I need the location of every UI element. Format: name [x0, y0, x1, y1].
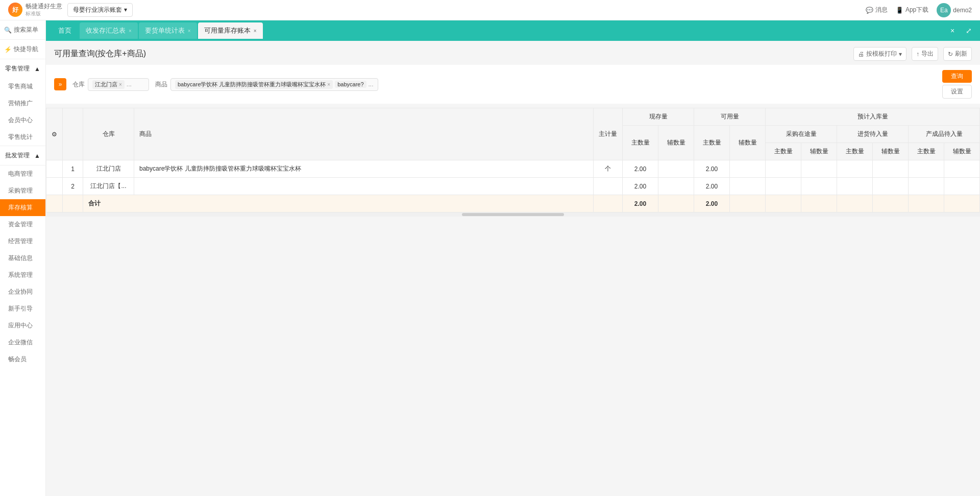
- close-window-button[interactable]: ×: [946, 25, 959, 37]
- refresh-button[interactable]: ↻ 刷新: [943, 47, 972, 61]
- sidebar-group-wholesale-title[interactable]: 批发管理 ▲: [0, 146, 45, 165]
- tab-available-inventory[interactable]: 可用量库存账本 ×: [198, 22, 263, 39]
- expand-window-button[interactable]: ⤢: [963, 25, 975, 37]
- row-unit-1: [594, 178, 623, 195]
- sidebar-item-retail-stats[interactable]: 零售统计: [0, 129, 45, 146]
- sidebar-item-operations[interactable]: 经营管理: [0, 233, 45, 250]
- row-current-aux-0: [658, 160, 694, 178]
- logo-text-block: 畅捷通好生意 标准版: [26, 3, 62, 17]
- sidebar-item-wechat[interactable]: 企业微信: [0, 334, 45, 351]
- inventory-table: ⚙ 仓库 商品 主计量 现存量 可用量 预计入库量 主数量 辅数量: [46, 108, 980, 212]
- row-current-main-0: 2.00: [623, 160, 658, 178]
- query-button[interactable]: 查询: [942, 70, 972, 83]
- user-area[interactable]: Ea demo2: [937, 3, 972, 17]
- scroll-thumb[interactable]: [462, 213, 564, 216]
- message-label: 消息: [875, 6, 888, 14]
- sidebar-item-member2[interactable]: 畅会员: [0, 351, 45, 368]
- product-more[interactable]: ...: [369, 81, 374, 88]
- col-available-aux-header: 辅数量: [730, 126, 766, 160]
- sidebar-group-retail-title[interactable]: 零售管理 ▲: [0, 59, 45, 78]
- row-inbound-aux-0: [873, 160, 909, 178]
- chevron-icon-2: ▲: [34, 152, 40, 159]
- sidebar-item-finance[interactable]: 资金管理: [0, 216, 45, 233]
- row-available-main-0: 2.00: [694, 160, 730, 178]
- footer-current-main: 2.00: [623, 195, 658, 212]
- tab-order-stats[interactable]: 要货单统计表 ×: [139, 22, 197, 39]
- footer-available-main: 2.00: [694, 195, 730, 212]
- col-production-main-header: 主数量: [909, 143, 944, 160]
- product-label: 商品: [155, 80, 167, 89]
- row-purchase-aux-0: [801, 160, 837, 178]
- filter-buttons: 查询 设置: [942, 70, 972, 99]
- sidebar-search[interactable]: 🔍 搜索菜单: [0, 20, 45, 40]
- top-bar-right: 💬 消息 📱 App下载 Ea demo2: [866, 3, 972, 17]
- col-production-aux-header: 辅数量: [944, 143, 980, 160]
- sidebar-item-basic-info[interactable]: 基础信息: [0, 250, 45, 267]
- tab-available-close[interactable]: ×: [254, 28, 257, 34]
- filter-toggle-button[interactable]: »: [54, 78, 66, 90]
- tab-home[interactable]: 首页: [51, 22, 79, 39]
- message-action[interactable]: 💬 消息: [866, 6, 888, 14]
- row-purchase-main-1: [766, 178, 801, 195]
- sidebar-item-guide[interactable]: 新手引导: [0, 300, 45, 317]
- warehouse-tag-close[interactable]: ×: [119, 82, 122, 87]
- page-actions: 🖨 按模板打印 ▾ ↑ 导出 ↻ 刷新: [853, 47, 972, 61]
- sidebar-group-wholesale: 批发管理 ▲: [0, 146, 45, 166]
- product-input[interactable]: babycare学饮杯 儿童防摔防撞吸管杯重力球吸嘴杯宝宝水杯 × babyca…: [170, 78, 378, 91]
- row-available-aux-1: [730, 178, 766, 195]
- row-purchase-main-0: [766, 160, 801, 178]
- sidebar-item-enterprise[interactable]: 企业协同: [0, 284, 45, 300]
- logo-text: 畅捷通好生意: [26, 3, 62, 10]
- row-unit-0: 个: [594, 160, 623, 178]
- row-warehouse-1: 江北门店【...: [83, 178, 134, 195]
- sidebar-item-mall[interactable]: 零售商城: [0, 78, 45, 95]
- row-product-0: babycare学饮杯 儿童防摔防撞吸管杯重力球吸嘴杯宝宝水杯: [134, 160, 594, 178]
- sidebar-item-inventory[interactable]: 库存核算: [0, 199, 45, 216]
- warehouse-tag-value: 江北门店: [95, 81, 117, 88]
- export-button[interactable]: ↑ 导出: [912, 47, 938, 61]
- tab-order-close[interactable]: ×: [188, 28, 191, 34]
- row-production-main-0: [909, 160, 944, 178]
- warehouse-input[interactable]: 江北门店 × ...: [88, 78, 149, 91]
- sidebar-item-system[interactable]: 系统管理: [0, 267, 45, 284]
- col-purchase-aux-header: 辅数量: [801, 143, 837, 160]
- search-label: 搜索菜单: [14, 26, 38, 34]
- row-current-main-1: 2.00: [623, 178, 658, 195]
- col-warehouse-header: 仓库: [83, 108, 134, 160]
- footer-label: 合计: [83, 195, 594, 212]
- sidebar-item-ecommerce[interactable]: 电商管理: [0, 166, 45, 182]
- print-button[interactable]: 🖨 按模板打印 ▾: [853, 47, 906, 61]
- sidebar-item-app-center[interactable]: 应用中心: [0, 317, 45, 334]
- logo-subtitle: 标准版: [26, 10, 62, 17]
- col-inbound-header: 进货待入量: [837, 126, 909, 143]
- chevron-print: ▾: [899, 51, 902, 58]
- product-tag2-value: babycare?: [337, 81, 363, 87]
- col-current-main-header: 主数量: [623, 126, 658, 160]
- avatar: Ea: [937, 3, 951, 17]
- app-download-action[interactable]: 📱 App下载: [896, 6, 928, 14]
- sidebar-item-marketing[interactable]: 营销推广: [0, 95, 45, 112]
- page-title: 可用量查询(按仓库+商品): [54, 49, 146, 59]
- col-available-main-header: 主数量: [694, 126, 730, 160]
- sidebar-item-member[interactable]: 会员中心: [0, 112, 45, 129]
- quick-nav-label: 快捷导航: [14, 45, 38, 54]
- footer-inbound-main: [837, 195, 873, 212]
- row-production-main-1: [909, 178, 944, 195]
- product-tag2: babycare?: [335, 81, 366, 88]
- row-warehouse-0: 江北门店: [83, 160, 134, 178]
- product-tag1-close[interactable]: ×: [327, 82, 330, 87]
- industry-selector[interactable]: 母婴行业演示账套 ▾: [67, 3, 133, 17]
- tab-bar-right: × ⤢: [946, 25, 975, 37]
- sidebar-item-procurement[interactable]: 采购管理: [0, 182, 45, 199]
- app-download-label: App下载: [905, 6, 928, 14]
- mobile-icon: 📱: [896, 7, 903, 14]
- footer-purchase-main: [766, 195, 801, 212]
- tab-receive-summary[interactable]: 收发存汇总表 ×: [80, 22, 138, 39]
- scroll-indicator[interactable]: [46, 212, 980, 217]
- col-inbound-aux-header: 辅数量: [873, 143, 909, 160]
- settings-button[interactable]: 设置: [942, 85, 972, 99]
- sidebar-quick-nav[interactable]: ⚡ 快捷导航: [0, 40, 45, 59]
- tab-receive-close[interactable]: ×: [129, 28, 132, 34]
- sidebar-group-retail: 零售管理 ▲ 零售商城 营销推广 会员中心 零售统计: [0, 59, 45, 146]
- warehouse-more[interactable]: ...: [127, 81, 132, 88]
